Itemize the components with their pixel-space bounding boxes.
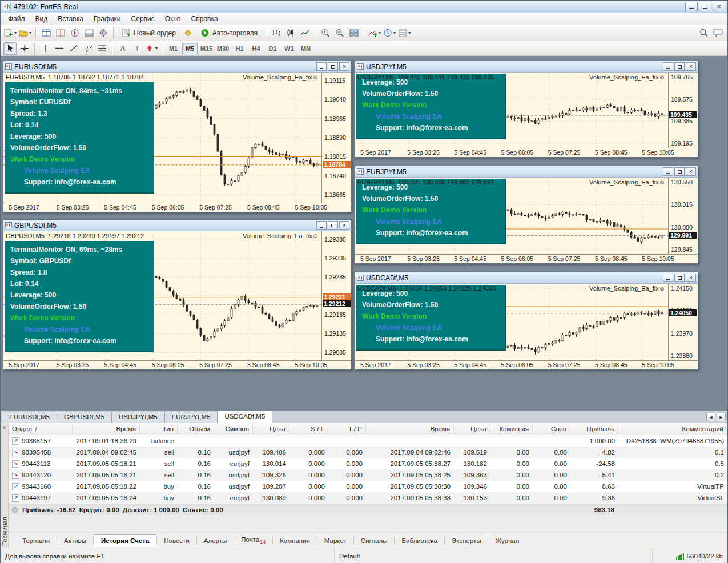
timeframe-button-mn[interactable]: MN [298,43,313,54]
column-header-0[interactable]: Ордер/ [9,423,73,435]
column-header-3[interactable]: Объем [178,423,214,435]
title-bar[interactable]: 479102: FortFS-Real × [1,1,727,13]
chart-close-button[interactable]: × [686,62,696,71]
data-window-button[interactable] [54,27,67,39]
terminal-tab-[interactable]: Эксперты [445,535,488,546]
menu-item-5[interactable]: Окно [160,13,186,25]
chart-close-button[interactable]: × [686,167,696,176]
text-tool-button[interactable]: A [116,42,129,55]
chart-tab-gbpusdf-m5[interactable]: GBPUSDf,M5 [57,412,112,423]
history-row-90443120[interactable]: ↘904431202017.09.05 05:18:21sell0.16usdj… [9,469,727,481]
chart-plot[interactable]: GBPUSDf,M5 1.29216 1.29230 1.29197 1.292… [3,231,321,360]
chart-minimize-button[interactable] [663,62,673,71]
chart-restore-button[interactable] [674,167,685,176]
chart-minimize-button[interactable] [663,274,673,282]
menu-item-0[interactable]: Файл [3,13,30,25]
timeframe-button-w1[interactable]: W1 [281,43,297,54]
terminal-tab-[interactable]: Новости [157,535,196,546]
timeframe-button-m30[interactable]: M30 [215,43,231,54]
profiles-button[interactable]: ▾ [18,27,32,39]
chart-close-button[interactable]: × [339,62,349,71]
time-axis[interactable]: 5 Sep 20175 Sep 03:255 Sep 04:455 Sep 06… [355,360,698,369]
time-axis[interactable]: 5 Sep 20175 Sep 03:255 Sep 04:455 Sep 06… [3,360,351,369]
navigator-button[interactable] [68,27,81,39]
column-header-12[interactable]: Прибыль [570,423,618,435]
arrows-tool-button[interactable]: ▾ [144,42,158,55]
close-button[interactable]: × [713,2,725,11]
terminal-tab-[interactable]: Маркет [317,535,353,546]
chart-window-titlebar[interactable]: EURJPYf,M5× [355,166,698,178]
trendline-tool-button[interactable] [67,42,80,55]
menu-item-1[interactable]: Вид [30,13,53,25]
tab-scroll-right-button[interactable]: ▶ [717,413,726,421]
autotrading-button[interactable]: Авто-торговля [196,27,262,39]
status-profile[interactable]: Default [335,548,652,563]
restore-button[interactable] [699,2,711,11]
zoom-out-button[interactable] [333,27,346,39]
zoom-in-button[interactable] [319,27,332,39]
templates-button[interactable]: ▾ [397,27,411,39]
column-header-11[interactable]: Своп [533,423,570,435]
metaeditor-button[interactable] [182,27,195,39]
column-header-5[interactable]: Цена [253,423,289,435]
menu-item-4[interactable]: Сервис [126,13,160,25]
terminal-tab-[interactable]: Активы [57,535,93,546]
timeframe-button-m15[interactable]: M15 [199,43,214,54]
price-scale[interactable]: 1.293851.293351.292851.292351.291851.291… [321,231,351,360]
chart-plot[interactable]: EURUSDf,M5 1.18785 1.18792 1.18771 1.187… [3,73,321,203]
column-header-8[interactable]: Время [366,423,454,435]
terminal-tab-[interactable]: История Счета [94,534,156,547]
time-axis[interactable]: 5 Sep 20175 Sep 03:255 Sep 04:455 Sep 06… [3,203,351,212]
terminal-tab-[interactable]: Почта14 [234,534,272,547]
new-order-button[interactable]: Новый ордер [117,27,180,39]
strategy-tester-button[interactable] [96,27,110,39]
vertical-line-tool-button[interactable] [38,42,51,55]
column-header-13[interactable]: Комментарий [618,423,727,435]
time-axis[interactable]: 5 Sep 20175 Sep 03:255 Sep 04:455 Sep 06… [355,254,698,263]
chart-tab-usdcadf-m5[interactable]: USDCADf,M5 [217,411,272,423]
terminal-tab-[interactable]: Торговля [15,535,57,546]
chart-plot[interactable]: EURJPYf,M5 130.001 130.006 129.982 129.9… [355,178,668,254]
history-row-90443113[interactable]: ↘904431132017.09.05 05:18:21sell0.16eurj… [9,458,727,469]
chart-minimize-button[interactable] [316,221,327,230]
market-watch-button[interactable] [39,27,53,39]
periods-button[interactable]: ▾ [383,27,396,39]
chart-minimize-button[interactable] [663,167,673,176]
menu-item-3[interactable]: Графики [89,13,126,25]
cursor-tool-button[interactable] [3,42,17,55]
history-row-90443160[interactable]: ↗904431602017.09.05 05:18:22buy0.16usdjp… [9,481,727,492]
chart-close-button[interactable]: × [339,221,349,230]
chart-window-titlebar[interactable]: USDJPYf,M5× [355,61,698,73]
chart-restore-button[interactable] [328,221,338,230]
column-header-10[interactable]: Комиссия [490,423,533,435]
column-header-2[interactable]: Тип [140,423,178,435]
new-chart-button[interactable]: ▾ [3,27,17,39]
terminal-tab-[interactable]: Компания [273,535,317,546]
candlestick-mode-button[interactable] [284,27,297,39]
column-header-4[interactable]: Символ [214,423,253,435]
minimize-button[interactable] [685,2,698,11]
chart-window-titlebar[interactable]: USDCADf,M5× [355,272,698,284]
bar-chart-mode-button[interactable] [270,27,283,39]
menu-item-2[interactable]: Вставка [53,13,89,25]
chart-minimize-button[interactable] [316,62,327,71]
chart-plot[interactable]: USDCADf,M5 1.24034 1.24053 1.24028 1.240… [355,284,668,360]
label-tool-button[interactable]: T [130,42,143,55]
history-row-90443197[interactable]: ↗904431972017.09.05 05:18:24buy0.16eurjp… [9,492,727,504]
chart-plot[interactable]: USDJPYf,M5 109.445 109.445 109.433 109.4… [355,73,668,148]
line-chart-mode-button[interactable] [298,27,311,39]
terminal-close-button[interactable]: x [1,424,7,431]
channel-tool-button[interactable] [81,42,94,55]
column-header-9[interactable]: Цена [454,423,490,435]
fibonacci-tool-button[interactable] [95,42,108,55]
chart-tab-usdjpyf-m5[interactable]: USDJPYf,M5 [111,412,165,423]
price-scale[interactable]: 1.191151.190401.189651.188901.188151.187… [321,73,351,203]
terminal-tab-[interactable]: Библиотека [395,535,444,546]
tile-windows-button[interactable] [347,27,360,39]
search-button[interactable] [697,27,710,39]
indicators-button[interactable]: ▾ [368,27,381,39]
chart-window-titlebar[interactable]: GBPUSDf,M5× [3,220,351,231]
tab-scroll-left-button[interactable]: ◀ [706,413,715,421]
history-row-90368157[interactable]: ↗903681572017.09.01 18:36:29balance1 000… [9,435,727,447]
terminal-panel-button[interactable] [82,27,95,39]
